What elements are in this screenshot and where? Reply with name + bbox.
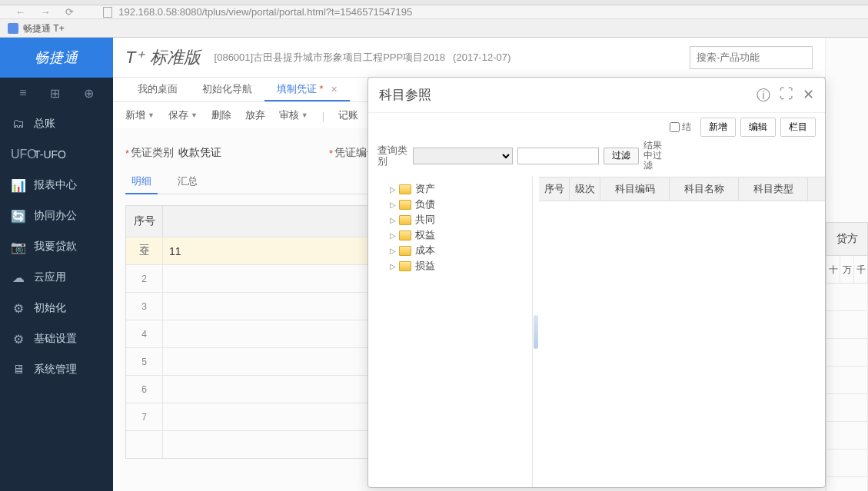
collab-icon: 🔄 (11, 209, 26, 224)
sidebar-item-init[interactable]: ⚙初始化 (0, 293, 113, 323)
col-seq: 序号 (126, 206, 163, 237)
sys-icon: 🖥 (11, 363, 26, 377)
product-name: T⁺ 标准版 (125, 46, 201, 69)
audit-button[interactable]: 审核▼ (279, 108, 308, 122)
report-icon: 📊 (11, 178, 26, 193)
discard-button[interactable]: 放弃 (245, 108, 265, 122)
modal-filter: 查询类别 过滤 结果中过滤 (368, 141, 825, 177)
folder-icon (399, 200, 411, 210)
sidebar-item-cloud[interactable]: ☁云应用 (0, 262, 113, 293)
search-input[interactable] (690, 46, 813, 69)
cloud-icon: ☁ (11, 270, 26, 285)
col-seq: 序号 (539, 177, 570, 201)
filter-keyword-input[interactable] (517, 148, 599, 164)
sidebar-item-ufo[interactable]: UFOT-UFO (0, 139, 113, 170)
tab-desktop[interactable]: 我的桌面 (125, 77, 190, 101)
result-filter-checkbox[interactable]: 结 (670, 121, 691, 134)
sidebar-toolbar: ≡ ⊞ ⊕ (0, 78, 113, 108)
favicon (8, 23, 18, 34)
url-text: 192.168.0.58:8080/tplus/view/portal/port… (118, 5, 412, 19)
voucher-type-label: 凭证类别 (131, 146, 174, 160)
expand-icon[interactable]: ▷ (390, 231, 396, 240)
sidebar-item-report[interactable]: 📊报表中心 (0, 170, 113, 201)
maximize-icon[interactable]: ⛶ (780, 86, 793, 105)
expand-icon[interactable]: ▷ (390, 201, 396, 209)
sidebar-item-base[interactable]: ⚙基础设置 (0, 323, 113, 354)
expand-icon[interactable]: ▷ (390, 247, 396, 255)
modal-title: 科目参照 (379, 86, 757, 104)
close-icon[interactable]: ✕ (331, 85, 338, 94)
folder-icon (399, 184, 411, 194)
folder-icon (399, 215, 411, 225)
splitter[interactable] (533, 177, 539, 487)
new-button[interactable]: 新增▼ (125, 108, 155, 122)
sidebar-item-sys[interactable]: 🖥系统管理 (0, 354, 113, 385)
base-icon: ⚙ (11, 332, 26, 347)
expand-icon[interactable]: ▷ (390, 262, 396, 270)
subject-tree: ▷资产▷负债▷共同▷权益▷成本▷损益 (368, 177, 533, 487)
col-level: 级次 (570, 177, 600, 201)
folder-icon (399, 246, 411, 256)
init-icon: ⚙ (11, 301, 26, 316)
subtab-detail[interactable]: 明细 (125, 170, 158, 194)
tree-item[interactable]: ▷负债 (371, 197, 529, 212)
tab-voucher[interactable]: 填制凭证 * ✕ (264, 77, 350, 101)
credit-column: 贷方 十 万 千 (825, 38, 868, 491)
col-credit: 贷方 (826, 222, 868, 256)
help-icon[interactable]: ⓘ (757, 86, 770, 105)
nav-icons[interactable]: ← → ⟳ (15, 5, 80, 19)
col-code: 科目编码 (600, 177, 670, 201)
tree-item[interactable]: ▷成本 (371, 243, 529, 258)
tab-init[interactable]: 初始化导航 (190, 77, 264, 101)
ufo-icon: UFO (11, 148, 26, 161)
delete-button[interactable]: 删除 (211, 108, 231, 122)
folder-icon (399, 261, 411, 271)
book-button[interactable]: 记账 (338, 108, 358, 122)
tree-item[interactable]: ▷权益 (371, 227, 529, 243)
add-icon[interactable]: ⊕ (84, 86, 94, 101)
col-type: 科目类型 (739, 177, 808, 201)
tree-item[interactable]: ▷共同 (371, 212, 529, 227)
company-name: [086001]古田县提升城市形象项目工程PPP项目2018 (215, 51, 446, 65)
dirty-star: * (317, 83, 324, 95)
results-table: 序号 级次 科目编码 科目名称 科目类型 (539, 177, 825, 487)
expand-icon[interactable]: ▷ (390, 185, 396, 194)
tree-item[interactable]: ▷资产 (371, 181, 529, 197)
subject-lookup-modal: 科目参照 ⓘ ⛶ ✕ 结 新增 编辑 栏目 查询类别 过滤 结果中过滤 ▷资产▷… (367, 77, 826, 488)
sidebar: 畅捷通 ≡ ⊞ ⊕ 🗂总账UFOT-UFO📊报表中心🔄协同办公📷我要贷款☁云应用… (0, 38, 113, 491)
context-date: (2017-12-07) (453, 51, 510, 63)
modal-columns-button[interactable]: 栏目 (780, 118, 816, 137)
tree-item[interactable]: ▷损益 (371, 258, 529, 274)
expand-icon[interactable]: ▷ (390, 216, 396, 224)
ledger-icon: 🗂 (11, 117, 26, 131)
browser-tab-title: 畅捷通 T+ (23, 19, 65, 38)
col-name: 科目名称 (670, 177, 739, 201)
apps-icon[interactable]: ⊞ (50, 86, 60, 101)
url-bar: ← → ⟳ 192.168.0.58:8080/tplus/view/porta… (0, 5, 868, 19)
subtab-summary[interactable]: 汇总 (171, 170, 204, 194)
browser-tab[interactable]: 畅捷通 T+ (0, 19, 868, 38)
sidebar-item-ledger[interactable]: 🗂总账 (0, 108, 113, 139)
close-icon[interactable]: ✕ (803, 86, 814, 105)
topbar: T⁺ 标准版 [086001]古田县提升城市形象项目工程PPP项目2018 (2… (113, 38, 825, 78)
modal-edit-button[interactable]: 编辑 (740, 118, 776, 137)
filter-label: 查询类别 (377, 145, 408, 167)
menu-icon[interactable]: ≡ (19, 86, 26, 100)
filter-category-select[interactable] (413, 148, 513, 164)
voucher-type-value[interactable]: 收款凭证 (178, 146, 221, 160)
loan-icon: 📷 (11, 240, 26, 254)
modal-new-button[interactable]: 新增 (700, 118, 736, 137)
filter-button[interactable]: 过滤 (604, 148, 639, 164)
modal-toolbar: 结 新增 编辑 栏目 (368, 113, 825, 141)
save-button[interactable]: 保存▼ (168, 108, 198, 122)
sidebar-item-loan[interactable]: 📷我要贷款 (0, 231, 113, 262)
result-filter-label: 结果中过滤 (644, 141, 667, 171)
sidebar-item-collab[interactable]: 🔄协同办公 (0, 201, 113, 231)
logo[interactable]: 畅捷通 (0, 38, 113, 78)
required-star: * (125, 148, 129, 159)
folder-icon (399, 231, 411, 241)
page-icon (103, 7, 112, 18)
